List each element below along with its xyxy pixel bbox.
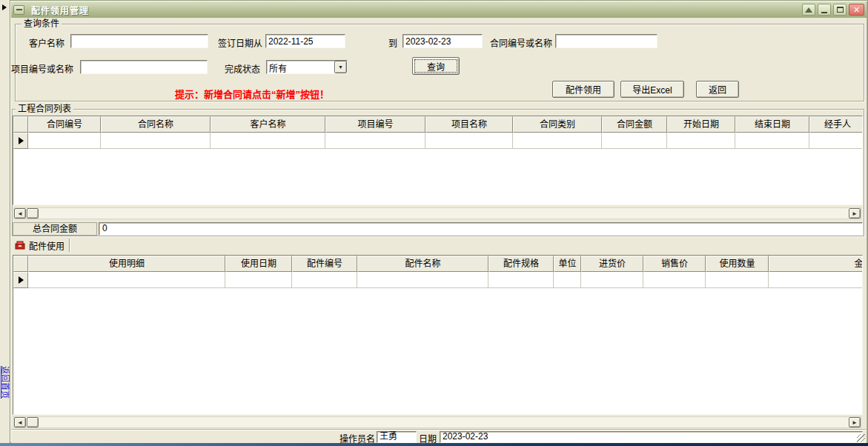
vertical-home-link[interactable]: 返回首页 (0, 366, 10, 422)
grid-cell[interactable] (602, 133, 667, 149)
maximize-icon (837, 7, 844, 13)
scrollbar-track[interactable] (39, 417, 849, 427)
minus-glyph (16, 9, 22, 10)
grid-cell[interactable] (513, 133, 602, 149)
query-groupbox: 查询条件 客户名称 签订日期从 到 合同编号或名称 项目编号或名称 完成状态 所… (15, 24, 864, 101)
column-header: 使用数量 (706, 256, 769, 272)
window-title: 配件领用管理 (31, 4, 89, 16)
scroll-right-arrow-icon[interactable]: ► (849, 208, 861, 219)
minimize-button[interactable] (818, 4, 831, 16)
selector-header-cell (13, 116, 28, 133)
date-to-label: 到 (388, 36, 397, 49)
column-header: 配件规格 (488, 256, 554, 272)
hint-text: 提示：新增合同请点击“新增”按钮！ (175, 87, 329, 101)
contracts-grid-header-row: 合同编号 合同名称 客户名称 项目编号 项目名称 合同类别 合同金额 开始日期 … (13, 116, 862, 133)
column-header: 客户名称 (211, 116, 325, 133)
scroll-left-arrow-icon[interactable]: ◄ (14, 417, 26, 427)
minimize-icon (821, 12, 827, 13)
column-header: 开始日期 (667, 116, 735, 133)
status-combobox-value[interactable]: 所有 (267, 61, 334, 73)
parts-usage-tab[interactable]: 配件使用 (15, 238, 237, 253)
customer-input[interactable] (70, 34, 208, 48)
export-excel-button[interactable]: 导出Excel (620, 81, 684, 98)
column-header: 经手人 (809, 116, 863, 133)
grid-cell[interactable] (554, 272, 581, 288)
close-button[interactable]: ✕ (849, 4, 864, 16)
grid-cell[interactable] (325, 133, 425, 149)
parts-grid: 使用明细 使用日期 配件编号 配件名称 配件规格 单位 进货价 销售价 使用数量… (13, 255, 863, 415)
scroll-left-arrow-icon[interactable]: ◄ (14, 208, 26, 219)
column-header: 进货价 (581, 256, 643, 272)
status-combobox[interactable]: 所有 ▼ (266, 60, 348, 74)
parts-box-icon (15, 241, 25, 250)
project-label: 项目编号或名称 (11, 62, 73, 75)
grid-cell[interactable] (357, 272, 488, 288)
maximize-button[interactable] (833, 4, 847, 16)
search-button[interactable]: 查询 (412, 57, 460, 75)
project-input[interactable] (80, 60, 208, 74)
parts-horizontal-scrollbar[interactable]: ◄ ► (13, 416, 861, 428)
grid-cell[interactable] (211, 133, 325, 149)
column-header: 合同名称 (101, 116, 211, 133)
grid-cell[interactable] (225, 272, 292, 288)
date-from-label: 签订日期从 (218, 36, 262, 49)
row-selector-cell[interactable] (13, 133, 28, 149)
grid-cell[interactable] (28, 272, 225, 288)
grid-cell[interactable] (706, 272, 769, 288)
grid-cell[interactable] (101, 133, 211, 149)
customer-label: 客户名称 (29, 36, 64, 49)
parts-requisition-button[interactable]: 配件领用 (552, 81, 614, 98)
grid-cell[interactable] (809, 133, 863, 149)
grid-cell[interactable] (488, 272, 554, 288)
resize-grip[interactable] (857, 434, 865, 442)
selector-header-cell (13, 256, 28, 272)
combobox-dropdown-arrow-icon[interactable]: ▼ (334, 61, 347, 73)
contracts-horizontal-scrollbar[interactable]: ◄ ► (13, 207, 861, 219)
parts-grid-current-row[interactable] (13, 272, 862, 288)
column-header: 结束日期 (735, 116, 809, 133)
scroll-right-arrow-icon[interactable]: ► (849, 417, 861, 427)
grid-cell[interactable] (581, 272, 643, 288)
column-header: 合同编号 (28, 116, 101, 133)
grid-cell[interactable] (292, 272, 357, 288)
column-header: 合同类别 (513, 116, 602, 133)
current-record-pointer-icon (19, 276, 24, 284)
back-button[interactable]: 返回 (696, 81, 739, 98)
column-header: 金额 (769, 256, 863, 272)
expand-panel-arrow-icon[interactable] (2, 4, 7, 10)
parts-grid-header-row: 使用明细 使用日期 配件编号 配件名称 配件规格 单位 进货价 销售价 使用数量… (13, 256, 862, 272)
column-header: 销售价 (643, 256, 706, 272)
scrollbar-thumb[interactable] (27, 417, 39, 427)
grid-cell[interactable] (28, 133, 101, 149)
grid-cell[interactable] (425, 133, 513, 149)
contracts-grid-current-row[interactable] (13, 133, 862, 149)
up-triangle-icon (805, 7, 812, 13)
contracts-grid: 合同编号 合同名称 客户名称 项目编号 项目名称 合同类别 合同金额 开始日期 … (13, 116, 863, 205)
statusbar: 操作员名 王勇 日期 2023-02-23 (11, 430, 867, 443)
contract-no-input[interactable] (555, 34, 657, 48)
column-header: 合同金额 (602, 116, 667, 133)
date-value: 2023-02-23 (440, 431, 863, 443)
taskbar-edge (0, 443, 868, 446)
column-header: 配件名称 (357, 256, 488, 272)
column-header: 项目名称 (425, 116, 513, 133)
total-amount-value: 0 (99, 222, 863, 236)
status-label: 完成状态 (225, 62, 260, 75)
scrollbar-track[interactable] (39, 208, 849, 219)
row-selector-cell[interactable] (13, 272, 28, 288)
current-record-pointer-icon (19, 137, 24, 144)
column-header: 使用日期 (225, 256, 292, 272)
date-from-input[interactable] (265, 34, 345, 48)
tab-separator (69, 239, 70, 252)
grid-cell[interactable] (667, 133, 735, 149)
total-amount-label: 总合同金额 (13, 222, 97, 236)
column-header: 配件编号 (292, 256, 357, 272)
roll-up-button[interactable] (802, 4, 815, 16)
grid-cell[interactable] (769, 272, 863, 288)
date-to-input[interactable] (402, 34, 483, 48)
query-group-label: 查询条件 (21, 19, 62, 29)
scrollbar-thumb[interactable] (27, 208, 39, 219)
collapse-icon[interactable] (13, 5, 24, 15)
grid-cell[interactable] (735, 133, 809, 149)
grid-cell[interactable] (643, 272, 706, 288)
